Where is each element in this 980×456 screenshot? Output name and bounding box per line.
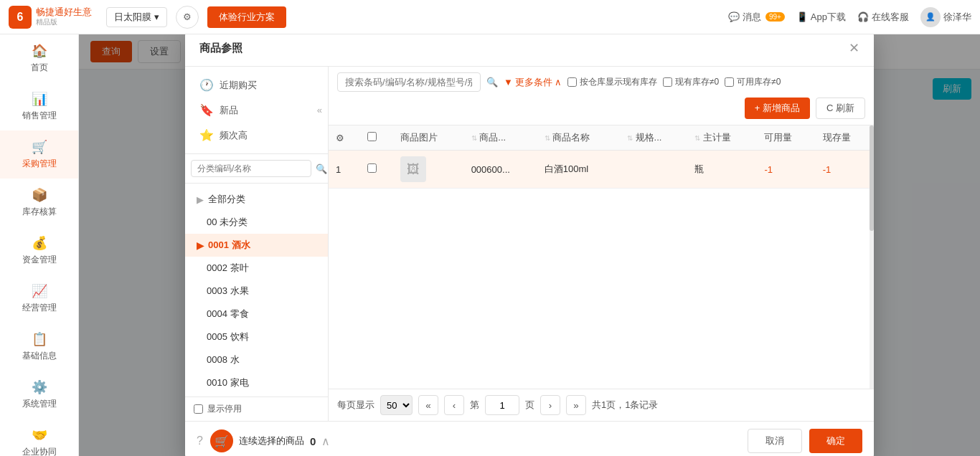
category-0002[interactable]: 0002 茶叶 — [185, 257, 328, 280]
sidebar-item-home[interactable]: 🏠 首页 — [0, 34, 78, 82]
first-page-button[interactable]: « — [418, 395, 438, 415]
message-badge: 99+ — [765, 12, 785, 22]
display-stopped-checkbox[interactable] — [194, 404, 203, 414]
sidebar-item-purchase[interactable]: 🛒 采购管理 — [0, 130, 78, 179]
cart-icon[interactable]: 🛒 — [210, 429, 233, 452]
modal-close-button[interactable]: ✕ — [849, 40, 859, 56]
online-service-button[interactable]: 🎧 在线客服 — [857, 11, 909, 24]
system-icon: ⚙️ — [32, 379, 47, 395]
sidebar-item-collab[interactable]: 🤝 企业协同 — [0, 419, 78, 456]
quick-high-frequency[interactable]: ⭐ 频次高 — [191, 123, 317, 148]
footer-buttons: 取消 确定 — [748, 429, 862, 453]
category-search-icon[interactable]: 🔍 — [316, 163, 327, 174]
col-stock-header: 现存量 — [816, 125, 874, 151]
category-search-row: 🔍 — [185, 154, 328, 184]
chevron-down-icon: ▾ — [154, 11, 159, 22]
col-code-header[interactable]: ⇅ 商品... — [464, 125, 537, 151]
prev-page-button[interactable]: ‹ — [444, 395, 464, 415]
sort-spec-icon: ⇅ — [627, 134, 633, 142]
sidebar-item-system[interactable]: ⚙️ 系统管理 — [0, 371, 78, 419]
logo-icon: 6 — [9, 6, 32, 29]
settings-gear-icon[interactable]: ⚙ — [336, 133, 344, 143]
home-icon: 🏠 — [32, 43, 47, 59]
collapse-button[interactable]: « — [317, 105, 322, 115]
nav-dropdown[interactable]: 日太阳膜 ▾ — [106, 7, 167, 27]
help-icon[interactable]: ? — [197, 434, 203, 447]
filter-icon: ▼ — [504, 77, 513, 87]
quick-recent-purchase[interactable]: 🕐 近期购买 — [191, 72, 317, 98]
more-conditions-button[interactable]: ▼ 更多条件 ∧ — [504, 76, 562, 89]
settings-icon[interactable]: ⚙ — [176, 6, 199, 29]
modal-header: 商品参照 ✕ — [185, 34, 874, 67]
inventory-icon: 📦 — [32, 187, 47, 203]
last-page-button[interactable]: » — [566, 395, 586, 415]
sort-unit-icon: ⇅ — [694, 134, 700, 142]
collab-icon: 🤝 — [32, 427, 47, 443]
col-unit-header[interactable]: ⇅ 主计量 — [687, 125, 757, 151]
star-icon: ⭐ — [199, 128, 214, 142]
scrollbar-track[interactable] — [870, 125, 874, 389]
per-page-select[interactable]: 50 — [380, 395, 413, 415]
page-number-input[interactable] — [485, 395, 519, 415]
table-row[interactable]: 1 🖼 000600... 白酒100ml 瓶 -1 -1 — [329, 151, 874, 189]
logo-badge: 精品版 — [36, 17, 92, 27]
category-00[interactable]: 00 未分类 — [185, 211, 328, 234]
checkbox-warehouse-stock[interactable]: 按仓库显示现有库存 — [567, 76, 657, 88]
content-area: 查询 设置 刷新 商品参照 ✕ — [79, 34, 980, 456]
arrow-right-icon: ▶ — [197, 194, 204, 205]
category-0001[interactable]: ▶ 0001 酒水 — [185, 234, 328, 257]
left-panel: 🕐 近期购买 🔖 新品 ⭐ 频次高 — [185, 67, 329, 421]
top-nav: 6 畅捷通好生意 精品版 日太阳膜 ▾ ⚙ 体验行业方案 💬 消息 99+ 📱 … — [0, 0, 980, 34]
messages-button[interactable]: 💬 消息 99+ — [728, 11, 785, 24]
sidebar-item-inventory[interactable]: 📦 库存核算 — [0, 179, 78, 227]
checkbox-current-stock[interactable]: 现有库存≠0 — [663, 76, 719, 88]
trial-button[interactable]: 体验行业方案 — [207, 6, 286, 28]
cell-spec — [620, 151, 687, 189]
product-reference-modal: 商品参照 ✕ 🕐 近期购买 — [185, 34, 874, 456]
col-name-header[interactable]: ⇅ 商品名称 — [537, 125, 620, 151]
purchase-icon: 🛒 — [32, 139, 47, 155]
basic-info-icon: 📋 — [32, 331, 47, 347]
next-page-button[interactable]: › — [540, 395, 560, 415]
headphone-icon: 🎧 — [857, 11, 869, 22]
category-0004[interactable]: 0004 零食 — [185, 303, 328, 326]
category-0010[interactable]: 0010 家电 — [185, 371, 328, 394]
app-download-button[interactable]: 📱 App下载 — [796, 11, 846, 24]
category-0005[interactable]: 0005 饮料 — [185, 326, 328, 348]
category-0008[interactable]: 0008 水 — [185, 348, 328, 371]
category-search-input[interactable] — [191, 160, 311, 177]
col-checkbox-header — [360, 125, 392, 151]
product-table: ⚙ 商品图片 — [329, 125, 874, 189]
logo-text: 畅捷通好生意 — [36, 6, 92, 18]
quick-new-products[interactable]: 🔖 新品 — [191, 98, 317, 123]
category-0003[interactable]: 0003 水果 — [185, 280, 328, 303]
col-spec-header[interactable]: ⇅ 规格... — [620, 125, 687, 151]
right-panel: 🔍 ▼ 更多条件 ∧ 按仓库显示现有库存 — [329, 67, 874, 421]
modal-footer: ? 🛒 连续选择的商品 0 ∧ 取消 确定 — [185, 421, 874, 456]
modal-title: 商品参照 — [199, 42, 242, 55]
search-magnifier-icon[interactable]: 🔍 — [486, 77, 498, 87]
nav-right: 💬 消息 99+ 📱 App下载 🎧 在线客服 👤 徐泽华 — [728, 7, 971, 27]
modal-body: 🕐 近期购买 🔖 新品 ⭐ 频次高 — [185, 67, 874, 421]
confirm-button[interactable]: 确定 — [809, 429, 862, 453]
checkbox-available-stock[interactable]: 可用库存≠0 — [725, 76, 781, 88]
add-product-button[interactable]: + 新增商品 — [745, 98, 810, 119]
sidebar-item-finance[interactable]: 💰 资金管理 — [0, 227, 78, 275]
sidebar-item-sales[interactable]: 📊 销售管理 — [0, 82, 78, 130]
cancel-button[interactable]: 取消 — [748, 429, 802, 453]
cell-code: 000600... — [464, 151, 537, 189]
user-profile[interactable]: 👤 徐泽华 — [920, 7, 971, 27]
select-all-checkbox[interactable] — [367, 132, 377, 141]
sidebar-item-basic-info[interactable]: 📋 基础信息 — [0, 323, 78, 371]
fold-button[interactable]: ∧ — [321, 434, 330, 448]
display-stopped-row: 显示停用 — [185, 396, 328, 421]
cell-checkbox[interactable] — [360, 151, 392, 189]
category-all[interactable]: ▶ 全部分类 — [185, 188, 328, 211]
product-search-input[interactable] — [337, 72, 481, 92]
filter-bar: 🔍 ▼ 更多条件 ∧ 按仓库显示现有库存 — [329, 67, 874, 125]
refresh-button[interactable]: C 刷新 — [816, 98, 865, 119]
logo-area: 6 畅捷通好生意 精品版 — [9, 6, 92, 29]
sidebar-item-operations[interactable]: 📈 经营管理 — [0, 275, 78, 323]
scrollbar-thumb[interactable] — [870, 125, 874, 231]
message-icon: 💬 — [728, 11, 740, 22]
